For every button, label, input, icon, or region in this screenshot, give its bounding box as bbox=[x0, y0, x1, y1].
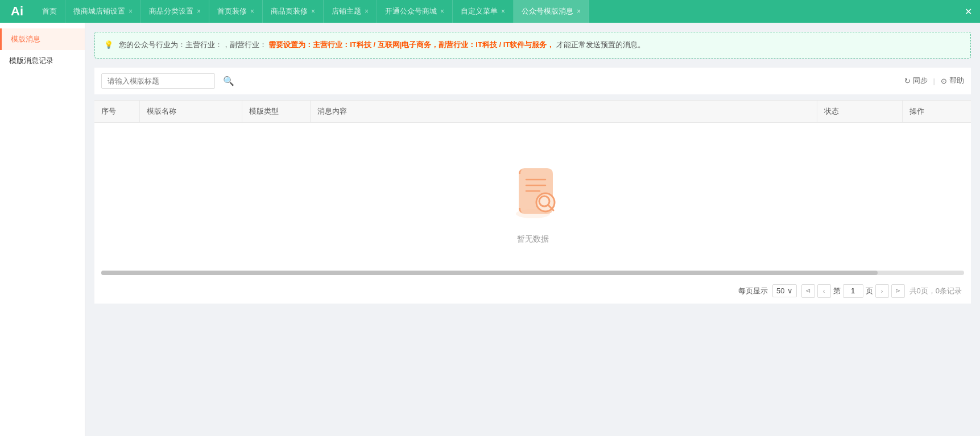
scrollbar-thumb[interactable] bbox=[101, 271, 878, 275]
nav-tabs: 首页微商城店铺设置×商品分类设置×首页装修×商品页装修×店铺主题×开通公众号商城… bbox=[34, 0, 957, 23]
page-size-value: 50 bbox=[776, 286, 784, 295]
table-header-index: 序号 bbox=[94, 101, 140, 122]
nav-tab-close-icon[interactable]: × bbox=[501, 7, 505, 15]
page-size-label: 每页显示 bbox=[738, 286, 768, 296]
sync-button[interactable]: ↻ 同步 bbox=[904, 76, 928, 86]
sidebar-item-template-msg[interactable]: 模版消息 bbox=[0, 28, 85, 50]
table-header: 序号模版名称模版类型消息内容状态操作 bbox=[94, 100, 971, 123]
notice-prefix: 您的公众号行业为：主营行业：，副营行业： bbox=[119, 40, 267, 49]
nav-tab-label: 自定义菜单 bbox=[461, 6, 498, 16]
help-label: 帮助 bbox=[949, 76, 964, 86]
nav-tab-label: 商品分类设置 bbox=[149, 6, 193, 16]
nav-tab-close-icon[interactable]: × bbox=[197, 7, 201, 15]
help-button[interactable]: ⊙ 帮助 bbox=[941, 76, 964, 86]
divider: | bbox=[933, 77, 935, 85]
page-input[interactable] bbox=[843, 284, 863, 298]
nav-tab-close-icon[interactable]: × bbox=[365, 7, 369, 15]
search-button[interactable]: 🔍 bbox=[220, 74, 238, 88]
nav-tab-close-icon[interactable]: × bbox=[311, 7, 315, 15]
table-header-action: 操作 bbox=[903, 101, 971, 122]
page-label-after: 页 bbox=[866, 286, 873, 296]
content-area: 💡 您的公众号行业为：主营行业：，副营行业： 需要设置为：主营行业：IT科技 /… bbox=[85, 23, 980, 436]
nav-tab-label: 开通公众号商城 bbox=[385, 6, 437, 16]
sync-icon: ↻ bbox=[904, 77, 911, 85]
nav-tab-home[interactable]: 首页 bbox=[34, 0, 65, 23]
notice-box: 💡 您的公众号行业为：主营行业：，副营行业： 需要设置为：主营行业：IT科技 /… bbox=[94, 32, 971, 59]
search-input[interactable] bbox=[101, 73, 215, 89]
empty-illustration bbox=[499, 157, 567, 225]
logo: Ai bbox=[0, 0, 34, 23]
page-label-before: 第 bbox=[833, 286, 841, 296]
nav-tab-product-decor[interactable]: 商品页装修× bbox=[263, 0, 324, 23]
nav-tab-close-icon[interactable]: × bbox=[250, 7, 254, 15]
nav-tab-custom-menu[interactable]: 自定义菜单× bbox=[453, 0, 514, 23]
nav-tab-label: 店铺主题 bbox=[332, 6, 361, 16]
prev-page-button[interactable]: ‹ bbox=[817, 284, 831, 298]
notice-highlight: 需要设置为：主营行业：IT科技 / 互联网|电子商务，副营行业：IT科技 / I… bbox=[268, 40, 554, 49]
global-close-button[interactable]: ✕ bbox=[957, 0, 980, 23]
main-layout: 模版消息模版消息记录 💡 您的公众号行业为：主营行业：，副营行业： 需要设置为：… bbox=[0, 23, 980, 436]
scrollbar-track[interactable] bbox=[101, 271, 964, 275]
help-icon: ⊙ bbox=[941, 77, 947, 85]
top-nav: Ai 首页微商城店铺设置×商品分类设置×首页装修×商品页装修×店铺主题×开通公众… bbox=[0, 0, 980, 23]
nav-tab-home-decor[interactable]: 首页装修× bbox=[209, 0, 263, 23]
search-left: 🔍 bbox=[101, 73, 238, 89]
page-nav: ⊲ ‹ 第 页 › ⊳ bbox=[801, 284, 905, 298]
nav-tab-label: 首页 bbox=[42, 6, 57, 16]
nav-tab-label: 微商城店铺设置 bbox=[73, 6, 125, 16]
table-header-type: 模版类型 bbox=[242, 101, 311, 122]
nav-tab-label: 商品页装修 bbox=[271, 6, 308, 16]
scrollbar-row bbox=[94, 267, 971, 279]
search-right: ↻ 同步 | ⊙ 帮助 bbox=[904, 76, 964, 86]
sync-label: 同步 bbox=[913, 76, 928, 86]
nav-tab-close-icon[interactable]: × bbox=[129, 7, 133, 15]
empty-text: 暂无数据 bbox=[517, 234, 549, 244]
sidebar: 模版消息模版消息记录 bbox=[0, 23, 85, 436]
page-size-select[interactable]: 50 ∨ bbox=[772, 284, 796, 297]
nav-tab-shop-settings[interactable]: 微商城店铺设置× bbox=[65, 0, 141, 23]
empty-state: 暂无数据 bbox=[94, 123, 971, 267]
table: 序号模版名称模版类型消息内容状态操作 bbox=[94, 100, 971, 304]
search-row: 🔍 ↻ 同步 | ⊙ 帮助 bbox=[94, 68, 971, 94]
nav-tab-close-icon[interactable]: × bbox=[440, 7, 444, 15]
notice-icon: 💡 bbox=[104, 40, 113, 49]
nav-tab-close-icon[interactable]: × bbox=[577, 7, 581, 15]
nav-tab-open-mall[interactable]: 开通公众号商城× bbox=[377, 0, 453, 23]
nav-tab-label: 首页装修 bbox=[217, 6, 247, 16]
total-info: 共0页，0条记录 bbox=[909, 286, 962, 296]
pagination-row: 每页显示 50 ∨ ⊲ ‹ 第 页 › ⊳ 共0页，0条记录 bbox=[94, 279, 971, 304]
first-page-button[interactable]: ⊲ bbox=[801, 284, 815, 298]
sidebar-item-template-record[interactable]: 模版消息记录 bbox=[0, 50, 85, 72]
chevron-down-icon: ∨ bbox=[787, 286, 793, 295]
table-header-status: 状态 bbox=[817, 101, 903, 122]
last-page-button[interactable]: ⊳ bbox=[891, 284, 905, 298]
nav-tab-label: 公众号模版消息 bbox=[522, 6, 573, 16]
table-header-name: 模版名称 bbox=[140, 101, 242, 122]
nav-tab-template-msg[interactable]: 公众号模版消息× bbox=[514, 0, 589, 23]
nav-tab-shop-theme[interactable]: 店铺主题× bbox=[324, 0, 377, 23]
nav-tab-category-settings[interactable]: 商品分类设置× bbox=[141, 0, 209, 23]
next-page-button[interactable]: › bbox=[875, 284, 889, 298]
notice-suffix: 才能正常发送预置的消息。 bbox=[556, 40, 645, 49]
table-header-content: 消息内容 bbox=[311, 101, 817, 122]
